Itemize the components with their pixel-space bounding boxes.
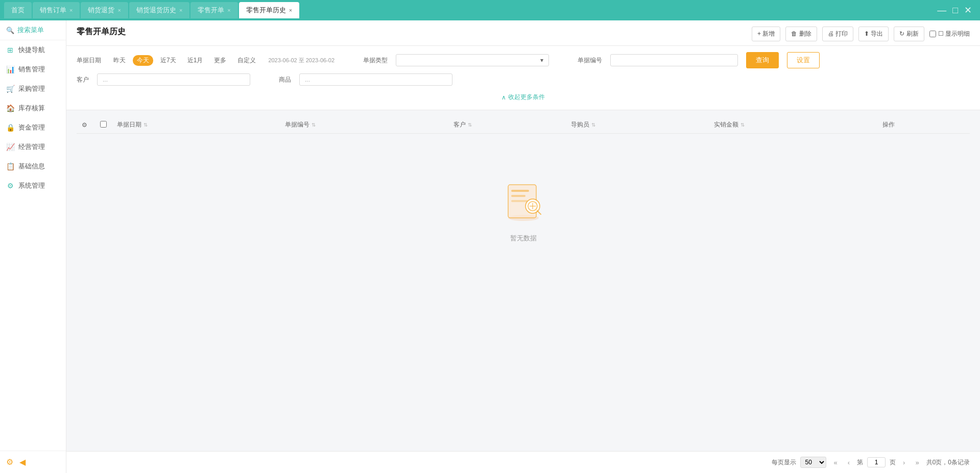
- table-settings-icon[interactable]: ⚙: [82, 121, 87, 129]
- sidebar-icon-sales: 📊: [6, 65, 14, 73]
- sidebar-item-basic-info[interactable]: 📋 基础信息: [0, 157, 66, 176]
- per-page-select[interactable]: 102050100: [800, 457, 826, 468]
- date-btn-yesterday[interactable]: 昨天: [109, 55, 130, 66]
- product-select[interactable]: ...: [299, 73, 452, 86]
- prev-page-btn[interactable]: ‹: [845, 458, 853, 467]
- sort-icon-doc_no[interactable]: ⇅: [312, 122, 316, 128]
- tab-sales-return-history[interactable]: 销货退货历史×: [129, 2, 189, 18]
- svg-rect-4: [511, 200, 528, 202]
- sidebar-items: ⊞ 快捷导航 📊 销售管理 🛒 采购管理 🏠 库存核算 🔒 资金管理 📈 经营管…: [0, 40, 66, 195]
- date-btn-custom[interactable]: 自定义: [233, 55, 260, 66]
- pagination: 每页显示 102050100 « ‹ 第 页 › » 共0页，0条记录: [66, 451, 980, 473]
- search-icon: 🔍: [6, 27, 14, 34]
- select-all-checkbox[interactable]: [100, 121, 107, 128]
- sidebar-item-sales[interactable]: 📊 销售管理: [0, 60, 66, 79]
- tab-label-home: 首页: [11, 6, 25, 15]
- tab-home[interactable]: 首页: [4, 2, 32, 18]
- doc-type-select[interactable]: ▾: [396, 54, 549, 66]
- display-detail-input[interactable]: [929, 31, 936, 37]
- tab-close-retail-open-history[interactable]: ×: [289, 7, 292, 13]
- sort-icon-salesperson[interactable]: ⇅: [591, 122, 595, 128]
- customer-select[interactable]: ...: [97, 73, 250, 86]
- setting-button[interactable]: 设置: [787, 52, 820, 68]
- th-salesperson[interactable]: 导购员⇅: [566, 116, 709, 134]
- tab-retail-open-history[interactable]: 零售开单历史×: [239, 2, 299, 18]
- tab-retail-open[interactable]: 零售开单×: [190, 2, 237, 18]
- collapse-button[interactable]: ∧ 收起更多条件: [77, 91, 970, 104]
- sidebar-item-finance[interactable]: 🔒 资金管理: [0, 118, 66, 137]
- maximize-icon[interactable]: □: [952, 5, 958, 16]
- print-button[interactable]: 🖨 打印: [822, 27, 853, 41]
- col-label-action: 操作: [882, 121, 895, 128]
- toolbar: + 新增 🗑 删除 🖨 打印 ⬆ 导出 ↻ 刷新 ☐ 显示明细: [752, 27, 970, 45]
- svg-line-7: [537, 211, 541, 214]
- sidebar-label-system: 系统管理: [18, 181, 45, 190]
- refresh-button[interactable]: ↻ 刷新: [894, 27, 924, 41]
- empty-state: 暂无数据: [77, 134, 970, 284]
- collapse-arrow-icon: ∧: [501, 94, 506, 101]
- page-title: 零售开单历史: [77, 27, 126, 43]
- col-label-customer: 客户: [453, 120, 466, 129]
- sidebar-icon-system: ⚙: [6, 182, 14, 190]
- customer-label: 客户: [77, 76, 89, 84]
- sidebar-item-quick-nav[interactable]: ⊞ 快捷导航: [0, 40, 66, 60]
- collapse-sidebar-icon[interactable]: ◀: [19, 457, 26, 467]
- table-header-row: ⚙单据日期⇅单据编号⇅客户⇅导购员⇅实销金额⇅操作: [77, 116, 970, 134]
- tab-close-sales-return-history[interactable]: ×: [179, 7, 182, 13]
- delete-button[interactable]: 🗑 删除: [785, 27, 817, 41]
- export-button[interactable]: ⬆ 导出: [858, 27, 889, 41]
- sidebar-icon-basic-info: 📋: [6, 162, 14, 170]
- sort-icon-amount[interactable]: ⇅: [740, 122, 745, 128]
- customer-ellipsis: ...: [103, 76, 108, 83]
- content-area: 零售开单历史 + 新增 🗑 删除 🖨 打印 ⬆ 导出 ↻ 刷新 ☐ 显示明细 单…: [66, 20, 980, 473]
- tab-sales-return[interactable]: 销货退货×: [81, 2, 128, 18]
- page-input[interactable]: [867, 457, 886, 467]
- sidebar-item-system[interactable]: ⚙ 系统管理: [0, 176, 66, 195]
- total-info: 共0页，0条记录: [926, 458, 970, 467]
- tab-label-sales-order: 销售订单: [40, 6, 66, 15]
- data-table: ⚙单据日期⇅单据编号⇅客户⇅导购员⇅实销金额⇅操作: [77, 116, 970, 134]
- sidebar-label-finance: 资金管理: [18, 123, 45, 132]
- sidebar-icon-purchase: 🛒: [6, 85, 14, 93]
- date-btn-today[interactable]: 今天: [133, 55, 153, 66]
- next-page-btn[interactable]: ›: [900, 458, 908, 467]
- col-label-doc_no: 单据编号: [285, 120, 309, 129]
- minimize-icon[interactable]: —: [937, 5, 946, 16]
- collapse-label: 收起更多条件: [508, 93, 545, 102]
- th-amount[interactable]: 实销金额⇅: [709, 116, 877, 134]
- sidebar-label-sales: 销售管理: [18, 65, 45, 74]
- tab-sales-order[interactable]: 销售订单×: [33, 2, 80, 18]
- sidebar-item-operations[interactable]: 📈 经营管理: [0, 137, 66, 157]
- add-button[interactable]: + 新增: [752, 27, 780, 41]
- empty-icon: [498, 175, 549, 226]
- query-button[interactable]: 查询: [746, 52, 779, 68]
- col-label-date: 单据日期: [117, 120, 141, 129]
- sort-icon-date[interactable]: ⇅: [144, 122, 148, 128]
- th-customer[interactable]: 客户⇅: [448, 116, 566, 134]
- product-ellipsis: ...: [305, 76, 310, 83]
- settings-icon[interactable]: ⚙: [6, 457, 13, 467]
- tab-close-retail-open[interactable]: ×: [227, 7, 230, 13]
- date-btn-last_month[interactable]: 近1月: [183, 55, 207, 66]
- sidebar-item-purchase[interactable]: 🛒 采购管理: [0, 79, 66, 98]
- sidebar-item-inventory[interactable]: 🏠 库存核算: [0, 98, 66, 118]
- empty-text: 暂无数据: [510, 234, 537, 243]
- tab-close-sales-return[interactable]: ×: [117, 7, 121, 13]
- tab-label-sales-return-history: 销货退货历史: [136, 6, 176, 15]
- th-date[interactable]: 单据日期⇅: [112, 116, 280, 134]
- display-detail-checkbox[interactable]: ☐ 显示明细: [929, 30, 970, 38]
- date-btn-more[interactable]: 更多: [210, 55, 230, 66]
- date-label: 单据日期: [77, 56, 101, 65]
- table-head: ⚙单据日期⇅单据编号⇅客户⇅导购员⇅实销金额⇅操作: [77, 116, 970, 134]
- window-controls: — □ ✕: [937, 5, 976, 16]
- th-doc_no[interactable]: 单据编号⇅: [280, 116, 448, 134]
- sort-icon-customer[interactable]: ⇅: [468, 122, 472, 128]
- doc-no-input[interactable]: [610, 54, 738, 66]
- sidebar-search[interactable]: 🔍 搜索菜单: [0, 20, 66, 40]
- last-page-btn[interactable]: »: [912, 458, 922, 467]
- first-page-btn[interactable]: «: [830, 458, 840, 467]
- close-icon[interactable]: ✕: [964, 5, 972, 16]
- date-btn-last7[interactable]: 近7天: [156, 55, 180, 66]
- tab-close-sales-order[interactable]: ×: [69, 7, 73, 13]
- filter-row-1: 单据日期 昨天今天近7天近1月更多自定义 2023-06-02 至 2023-0…: [77, 52, 970, 68]
